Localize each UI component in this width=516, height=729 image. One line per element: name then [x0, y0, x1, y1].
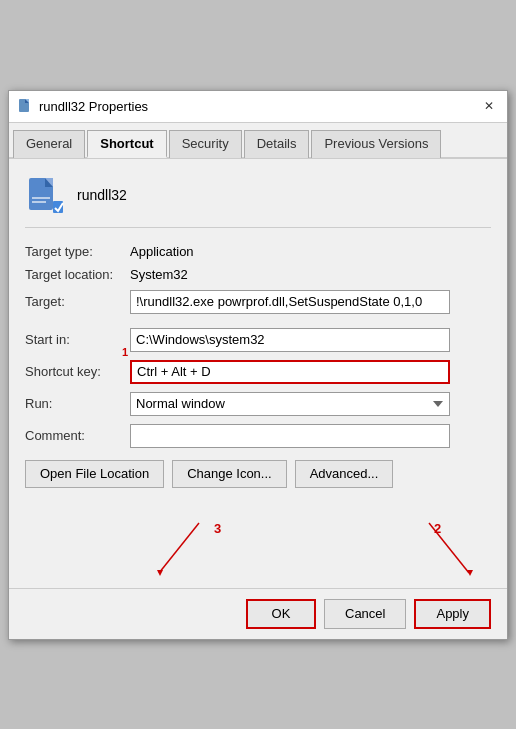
run-row: Run: Normal window Minimized Maximized: [25, 392, 491, 416]
target-row: Target:: [25, 290, 491, 314]
advanced-button[interactable]: Advanced...: [295, 460, 394, 488]
title-bar-left: rundll32 Properties: [17, 98, 148, 114]
annotation-area: 3 2: [9, 518, 507, 588]
target-input[interactable]: [130, 290, 450, 314]
action-buttons: Open File Location Change Icon... Advanc…: [25, 460, 491, 488]
comment-input[interactable]: [130, 424, 450, 448]
footer: OK Cancel Apply: [9, 588, 507, 639]
svg-text:2: 2: [434, 521, 441, 536]
target-label: Target:: [25, 294, 130, 309]
file-name-label: rundll32: [77, 187, 127, 203]
run-label: Run:: [25, 396, 130, 411]
close-button[interactable]: ✕: [479, 96, 499, 116]
tab-bar: General Shortcut Security Details Previo…: [9, 123, 507, 159]
run-select[interactable]: Normal window Minimized Maximized: [130, 392, 450, 416]
file-icon: [25, 175, 65, 215]
tab-details[interactable]: Details: [244, 130, 310, 158]
start-in-label: Start in:: [25, 332, 130, 347]
ok-button[interactable]: OK: [246, 599, 316, 629]
svg-line-9: [159, 523, 199, 573]
svg-marker-13: [157, 570, 163, 576]
tab-general[interactable]: General: [13, 130, 85, 158]
window-title: rundll32 Properties: [39, 99, 148, 114]
shortcut-key-input[interactable]: [130, 360, 450, 384]
target-location-row: Target location: System32: [25, 267, 491, 282]
annotation-1: 1: [122, 346, 128, 358]
target-type-row: Target type: Application: [25, 244, 491, 259]
tab-content: rundll32 Target type: Application Target…: [9, 159, 507, 518]
shortcut-key-row: Shortcut key: 1: [25, 360, 491, 384]
svg-rect-6: [32, 197, 50, 199]
apply-button[interactable]: Apply: [414, 599, 491, 629]
start-in-input[interactable]: [130, 328, 450, 352]
properties-window: rundll32 Properties ✕ General Shortcut S…: [8, 90, 508, 640]
title-bar: rundll32 Properties ✕: [9, 91, 507, 123]
shortcut-key-label: Shortcut key:: [25, 364, 130, 379]
tab-shortcut[interactable]: Shortcut: [87, 130, 166, 158]
tab-previous-versions[interactable]: Previous Versions: [311, 130, 441, 158]
target-type-label: Target type:: [25, 244, 130, 259]
target-location-label: Target location:: [25, 267, 130, 282]
comment-row: Comment:: [25, 424, 491, 448]
tab-security[interactable]: Security: [169, 130, 242, 158]
comment-label: Comment:: [25, 428, 130, 443]
svg-marker-14: [467, 570, 473, 576]
svg-text:3: 3: [214, 521, 221, 536]
window-icon: [17, 98, 33, 114]
open-file-location-button[interactable]: Open File Location: [25, 460, 164, 488]
target-type-value: Application: [130, 244, 194, 259]
start-in-row: Start in:: [25, 328, 491, 352]
icon-name-row: rundll32: [25, 175, 491, 228]
annotation-svg: 3 2: [9, 518, 509, 588]
svg-rect-7: [32, 201, 46, 203]
change-icon-button[interactable]: Change Icon...: [172, 460, 287, 488]
cancel-button[interactable]: Cancel: [324, 599, 406, 629]
target-location-value: System32: [130, 267, 188, 282]
